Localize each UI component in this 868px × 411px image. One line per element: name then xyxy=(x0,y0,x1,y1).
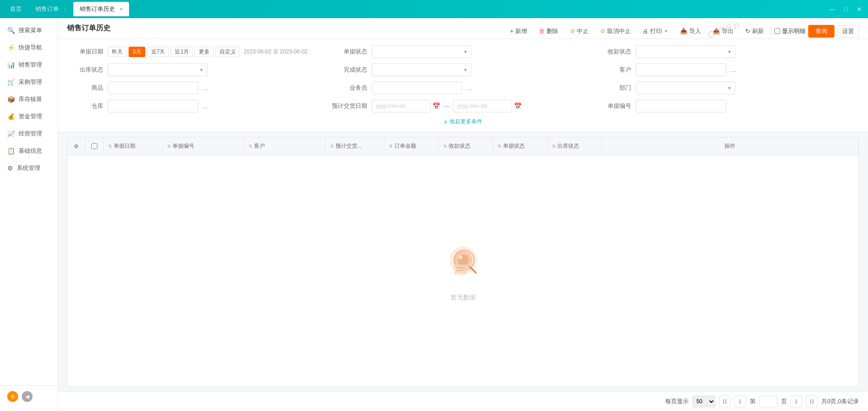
sidebar-item-quick-nav[interactable]: ⚡ 快捷导航 xyxy=(0,39,58,56)
product-dots[interactable]: ... xyxy=(200,84,210,92)
window-min-btn[interactable]: — xyxy=(826,6,838,13)
customer-control: ... xyxy=(636,63,859,76)
date-btn-month[interactable]: 近1月 xyxy=(171,47,193,57)
sidebar-item-system-mgmt[interactable]: ⚙ 系统管理 xyxy=(0,160,58,177)
sidebar-item-capital-mgmt[interactable]: 💰 资金管理 xyxy=(0,108,58,125)
page-title: 销售订单历史 xyxy=(67,24,110,33)
stop-button[interactable]: ⊘ 中止 xyxy=(566,25,593,37)
th-checkbox[interactable] xyxy=(86,137,104,155)
date-btn-more[interactable]: 更多 xyxy=(195,47,214,57)
print-label: 打印 xyxy=(650,27,662,35)
settings-button[interactable]: 设置 xyxy=(837,25,859,38)
date-btn-today[interactable]: 昨天 xyxy=(108,47,127,57)
th-order-status[interactable]: ⇅ 单据状态 xyxy=(493,137,547,155)
page-input[interactable]: 1 xyxy=(759,396,777,407)
sidebar-item-inventory-mgmt-label: 库存核算 xyxy=(19,95,42,103)
expected-date-from[interactable] xyxy=(372,100,431,112)
filter-area: 单据日期 昨天 3天 近7天 近1月 更多 自定义 2023-06-02 至 2… xyxy=(58,39,868,132)
date-btn-7days[interactable]: 近7天 xyxy=(147,47,169,57)
payment-status-control: ▼ xyxy=(636,45,859,58)
sort-icon-order-no: ⇅ xyxy=(167,144,171,149)
order-status-select[interactable] xyxy=(372,45,471,58)
complete-status-select-wrapper: ▼ xyxy=(372,63,471,76)
sidebar-item-sales-mgmt[interactable]: 📊 销售管理 xyxy=(0,56,58,73)
toolbar-separator xyxy=(771,27,772,36)
date-control: 昨天 3天 近7天 近1月 更多 自定义 2023-06-02 至 2023-0… xyxy=(108,47,331,57)
sort-icon-amount: ⇅ xyxy=(389,144,393,149)
last-page-btn[interactable]: ⟩⟩ xyxy=(806,396,818,407)
salesperson-dots[interactable]: ... xyxy=(464,84,474,92)
first-page-btn[interactable]: ⟨⟨ xyxy=(719,396,731,407)
tab-sales-order-history-close[interactable]: × xyxy=(120,6,122,12)
customer-dots[interactable]: ... xyxy=(728,66,738,74)
empty-illustration xyxy=(441,240,486,286)
date-btn-3days[interactable]: 3天 xyxy=(129,47,145,57)
customer-input[interactable] xyxy=(636,63,726,76)
sidebar-item-basic-info-label: 基础信息 xyxy=(19,147,42,155)
export-button[interactable]: 📤 导出 xyxy=(708,25,738,37)
content-area: 销售订单历史 + 新增 🗑 删除 ⊘ 中止 ⊘ xyxy=(58,18,868,411)
th-order-no[interactable]: ⇅ 单据编号 xyxy=(163,137,244,155)
refresh-button[interactable]: ↻ 刷新 xyxy=(741,25,768,37)
product-input[interactable] xyxy=(108,82,198,94)
th-amount[interactable]: ⇅ 订单金额 xyxy=(384,137,439,155)
sidebar-item-purchase-mgmt-label: 采购管理 xyxy=(19,78,42,86)
warehouse-input[interactable] xyxy=(108,100,198,112)
tab-home[interactable]: 首页 xyxy=(4,2,28,16)
display-detail-checkbox[interactable] xyxy=(774,28,780,34)
sidebar-item-basic-info[interactable]: 📋 基础信息 xyxy=(0,142,58,160)
tab-sales-order-label: 销售订单 xyxy=(35,5,59,13)
calendar-to-icon[interactable]: 📅 xyxy=(514,102,522,110)
payment-status-label: 收款状态 xyxy=(595,48,636,56)
cancel-stop-button[interactable]: ⊘ 取消中止 xyxy=(596,25,635,37)
salesperson-input[interactable] xyxy=(372,82,462,94)
import-button[interactable]: 📥 导入 xyxy=(676,25,705,37)
th-expected[interactable]: ⇅ 预计交货... xyxy=(326,137,384,155)
page-header: 销售订单历史 + 新增 🗑 删除 ⊘ 中止 ⊘ xyxy=(58,18,868,39)
expected-date-label: 预计交货日期 xyxy=(331,102,372,110)
settings-col-icon: ⚙ xyxy=(74,143,79,150)
capital-mgmt-icon: 💰 xyxy=(7,113,15,120)
expected-date-to[interactable] xyxy=(453,100,512,112)
sidebar-settings-icon[interactable]: ⚙ xyxy=(7,391,18,402)
expected-date-control: 📅 — 📅 xyxy=(372,100,595,112)
new-button[interactable]: + 新增 xyxy=(506,25,532,37)
th-date[interactable]: ⇅ 单据日期 xyxy=(104,137,163,155)
print-button[interactable]: 🖨 打印 ▼ xyxy=(638,25,673,37)
display-detail-control[interactable]: 显示明细 xyxy=(774,27,806,35)
department-select[interactable] xyxy=(636,82,735,94)
complete-status-select[interactable] xyxy=(372,63,471,76)
collapse-link[interactable]: ∧ 收起更多条件 xyxy=(67,118,859,126)
delete-button[interactable]: 🗑 删除 xyxy=(534,25,563,37)
select-all-checkbox[interactable] xyxy=(91,143,97,149)
th-settings[interactable]: ⚙ xyxy=(67,137,86,155)
sidebar-item-search-menu[interactable]: 🔍 搜索菜单 xyxy=(0,22,58,39)
storage-status-select-wrapper: ▼ xyxy=(108,63,207,76)
next-page-btn[interactable]: ⟩ xyxy=(791,396,802,407)
sidebar-item-purchase-mgmt[interactable]: 🛒 采购管理 xyxy=(0,73,58,91)
date-btn-custom[interactable]: 自定义 xyxy=(216,47,240,57)
stop-icon: ⊘ xyxy=(570,28,575,34)
th-customer[interactable]: ⇅ 客户 xyxy=(244,137,326,155)
window-max-btn[interactable]: □ xyxy=(841,6,850,13)
query-button[interactable]: 查询 xyxy=(808,25,834,38)
order-no-input[interactable] xyxy=(636,100,726,112)
order-no-label: 单据编号 xyxy=(595,102,636,110)
sidebar-item-inventory-mgmt[interactable]: 📦 库存核算 xyxy=(0,91,58,108)
per-page-select[interactable]: 20 50 100 xyxy=(692,396,715,407)
sidebar-collapse-icon[interactable]: ◀ xyxy=(22,391,33,402)
calendar-from-icon[interactable]: 📅 xyxy=(432,102,440,110)
tab-sales-order-history[interactable]: 销售订单历史 × xyxy=(73,2,129,16)
payment-status-select[interactable] xyxy=(636,45,735,58)
storage-status-select[interactable] xyxy=(108,63,207,76)
th-payment-status[interactable]: ⇅ 收款状态 xyxy=(439,137,493,155)
tab-sales-order[interactable]: 销售订单 × xyxy=(29,2,72,16)
prev-page-btn[interactable]: ⟨ xyxy=(734,396,746,407)
tab-sales-order-close[interactable]: × xyxy=(63,6,66,12)
svg-point-3 xyxy=(459,256,462,259)
window-close-btn[interactable]: ✕ xyxy=(854,6,864,13)
sidebar-item-business-mgmt[interactable]: 📈 经营管理 xyxy=(0,125,58,142)
th-storage-status[interactable]: ⇅ 出库状态 xyxy=(547,137,602,155)
th-operation: 操作 xyxy=(602,137,858,155)
warehouse-dots[interactable]: ... xyxy=(200,102,210,110)
